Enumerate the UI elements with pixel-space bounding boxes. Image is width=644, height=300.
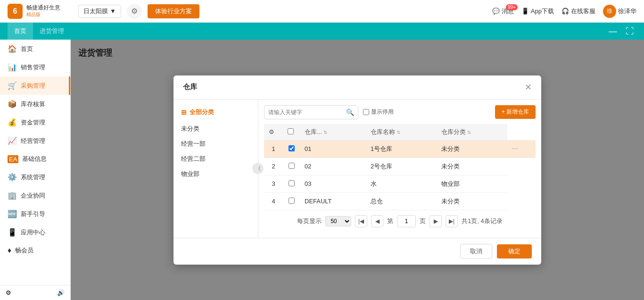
row-code: DEFAULT: [300, 192, 366, 210]
add-warehouse-button[interactable]: + 新增仓库: [495, 105, 536, 119]
chevron-down-icon: ▼: [110, 8, 116, 15]
row-checkbox[interactable]: [289, 145, 295, 151]
grid-icon: ⊞: [181, 108, 187, 116]
row-name: 总仓: [366, 192, 437, 210]
table-row[interactable]: 2 02 2号仓库 未分类: [264, 158, 536, 175]
row-checkbox-cell: [283, 192, 300, 210]
store-selector[interactable]: 日太阳膜 ▼: [78, 5, 121, 18]
table-row[interactable]: 3 03 水 物业部: [264, 175, 536, 192]
sort-icon-name: ⇅: [396, 130, 400, 135]
row-name: 1号仓库: [366, 140, 437, 158]
table-toolbar: 🔍 显示停用 + 新增仓库: [264, 105, 536, 119]
sidebar-item-home[interactable]: 🏠 首页: [0, 40, 70, 58]
cat-item-unclassified[interactable]: 未分类: [173, 121, 258, 136]
sidebar-item-finance[interactable]: 💰 资金管理: [0, 113, 70, 132]
row-num: 2: [264, 158, 283, 175]
sidebar-item-inventory[interactable]: 📦 库存核算: [0, 95, 70, 113]
row-checkbox[interactable]: [289, 198, 295, 204]
main-content: 进货管理 仓库 ✕ ⊞ 全部分类: [71, 40, 644, 300]
header-right: 💬 消息 99+ 📱 App下载 🎧 在线客服 徐 徐泽华: [492, 5, 636, 18]
message-badge: 99+: [506, 4, 518, 10]
logo-area: 6 畅捷通好生意 精品版: [8, 4, 78, 19]
user-profile[interactable]: 徐 徐泽华: [603, 5, 636, 18]
row-num: 4: [264, 192, 283, 210]
purchase-icon: 🛒: [8, 81, 17, 90]
sub-header: 首页 进货管理 — ⛶: [0, 23, 644, 40]
modal-overlay: 仓库 ✕ ⊞ 全部分类 未分类 经营一部 经营二部 物业部: [71, 40, 644, 300]
home-icon: 🏠: [8, 44, 17, 53]
row-category: 物业部: [437, 175, 507, 192]
sidebar-label-guide: 新手引导: [21, 210, 45, 218]
finance-icon: 💰: [8, 118, 17, 127]
show-disabled-checkbox[interactable]: [363, 109, 369, 115]
cat-item-op1[interactable]: 经营一部: [173, 136, 258, 151]
service-item[interactable]: 🎧 在线客服: [561, 7, 595, 16]
category-collapse-button[interactable]: 《: [252, 163, 264, 174]
sub-nav-home[interactable]: 首页: [8, 23, 33, 40]
th-name: 仓库名称⇅: [366, 124, 437, 141]
page-unit: 页: [420, 217, 426, 225]
row-code: 03: [300, 175, 366, 192]
page-label: 第: [387, 217, 393, 225]
confirm-button[interactable]: 确定: [497, 244, 532, 258]
app-icon: 📱: [521, 8, 529, 15]
row-code: 02: [300, 158, 366, 175]
page-summary: 共1页, 4条记录: [462, 217, 503, 225]
prev-page-button[interactable]: ◀: [371, 215, 383, 227]
message-item[interactable]: 💬 消息 99+: [492, 7, 514, 16]
modal-title: 仓库: [183, 83, 197, 92]
row-checkbox[interactable]: [289, 163, 295, 169]
sidebar-item-purchase[interactable]: 🛒 采购管理: [0, 76, 70, 95]
select-all-checkbox[interactable]: [288, 128, 294, 134]
app-download-item[interactable]: 📱 App下载: [521, 7, 554, 16]
table-row[interactable]: 4 DEFAULT 总仓 未分类: [264, 192, 536, 210]
sidebar-item-sales[interactable]: 📊 销售管理: [0, 58, 70, 76]
row-name: 水: [366, 175, 437, 192]
page-input[interactable]: [397, 215, 416, 227]
sidebar-item-basic[interactable]: EA 基础信息: [0, 150, 70, 168]
table-row[interactable]: 1 01 1号仓库 未分类 ···: [264, 140, 536, 158]
row-num: 3: [264, 175, 283, 192]
page-size-select[interactable]: 50 100 200: [325, 216, 351, 226]
sidebar-item-apps[interactable]: 📱 应用中心: [0, 223, 70, 242]
trial-button[interactable]: 体验行业方案: [148, 4, 199, 18]
sidebar-item-guide[interactable]: 🆕 新手引导: [0, 205, 70, 223]
warehouse-modal: 仓库 ✕ ⊞ 全部分类 未分类 经营一部 经营二部 物业部: [173, 75, 541, 265]
last-page-button[interactable]: ▶|: [446, 215, 458, 227]
sidebar-item-member[interactable]: ♦ 畅会员: [0, 242, 70, 259]
row-checkbox-cell: [283, 140, 300, 158]
expand-button[interactable]: ⛶: [623, 25, 636, 38]
sidebar-label-enterprise: 企业协同: [21, 192, 45, 200]
logo-text: 畅捷通好生意: [26, 4, 60, 12]
avatar: 徐: [603, 5, 616, 18]
sidebar-item-operation[interactable]: 📈 经营管理: [0, 132, 70, 150]
category-header[interactable]: ⊞ 全部分类: [173, 105, 258, 121]
th-checkbox: [283, 124, 300, 141]
modal-header: 仓库 ✕: [173, 75, 541, 100]
first-page-button[interactable]: |◀: [355, 215, 367, 227]
search-input[interactable]: [268, 109, 346, 116]
settings-bottom-icon[interactable]: ⚙: [6, 289, 11, 296]
sidebar-item-enterprise[interactable]: 🏢 企业协同: [0, 186, 70, 205]
cat-item-property[interactable]: 物业部: [173, 167, 258, 182]
sidebar-bottom: ⚙ 🔊: [0, 285, 70, 300]
row-checkbox-cell: [283, 175, 300, 192]
cancel-button[interactable]: 取消: [460, 244, 492, 259]
logo-badge: 精品版: [26, 11, 60, 18]
row-more[interactable]: ···: [507, 140, 536, 158]
search-wrap: 🔍: [264, 105, 358, 119]
next-page-button[interactable]: ▶: [429, 215, 442, 227]
header-center: 日太阳膜 ▼ ⚙ 体验行业方案: [78, 4, 492, 19]
cat-item-op2[interactable]: 经营二部: [173, 151, 258, 167]
sidebar-item-system[interactable]: ⚙️ 系统管理: [0, 168, 70, 186]
logo-icon: 6: [8, 4, 23, 19]
sales-icon: 📊: [8, 63, 17, 72]
sort-icon-category: ⇅: [467, 130, 471, 135]
settings-button[interactable]: ⚙: [127, 4, 142, 19]
minimize-button[interactable]: —: [606, 25, 619, 38]
speaker-icon[interactable]: 🔊: [57, 289, 65, 296]
row-checkbox[interactable]: [289, 180, 295, 186]
more-icon[interactable]: ···: [512, 144, 518, 152]
modal-close-button[interactable]: ✕: [525, 82, 532, 92]
sub-nav-purchase[interactable]: 进货管理: [33, 23, 71, 40]
